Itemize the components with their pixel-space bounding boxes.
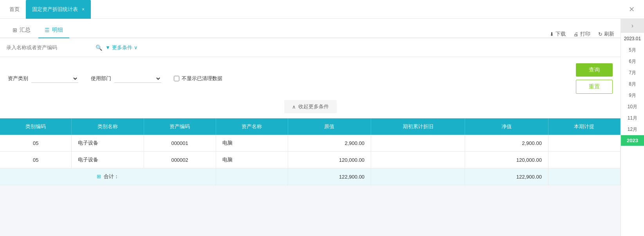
month-jul[interactable]: 7月 [621,67,644,79]
search-input[interactable] [6,45,92,50]
use-dept-label: 使用部门 [91,75,111,82]
col-header-original-value: 原值 [288,118,371,135]
table-header: 类别编码 类别名称 资产编码 资产名称 原值 期初累计折旧 净值 本期计提 [0,118,621,135]
cell-category: 电子设备 [72,152,144,168]
year-display[interactable]: 2023 [621,135,644,146]
detail-tab-label: 明细 [52,27,63,34]
no-cleared-checkbox[interactable] [174,76,179,81]
cell-original-value: 120,000.00 [288,152,371,168]
total-net-value: 122,900.00 [465,168,548,185]
data-table: 类别编码 类别名称 资产编码 资产名称 原值 期初累计折旧 净值 本期计提 05… [0,118,621,185]
home-nav-item[interactable]: 首页 [6,6,23,13]
month-sep[interactable]: 9月 [621,90,644,101]
total-original-value: 122,900.00 [288,168,371,185]
month-may[interactable]: 5月 [621,45,644,56]
date-nav-arrow-up[interactable]: › [621,19,644,33]
chevron-down-icon: ∨ [134,45,138,50]
asset-type-label: 资产类别 [8,75,28,82]
table-total-row: ⊞ 合计： 122,900.00 122,900.00 [0,168,621,185]
print-button[interactable]: 🖨 打印 [574,30,590,38]
collapse-conditions-button[interactable]: ∧ 收起更多条件 [284,100,337,113]
col-header-current-depr: 本期计提 [548,118,620,135]
cell-category: 电子设备 [72,135,144,152]
cell-code: 05 [0,152,72,168]
month-dec[interactable]: 12月 [621,124,644,135]
summary-icon: ⊞ [13,27,17,33]
total-current-depr [548,168,620,185]
download-icon: ⬇ [550,31,554,37]
print-icon: 🖨 [574,31,579,37]
filter-row: 资产类别 使用部门 不显示已清理数据 查询 重置 [8,63,613,94]
filter-buttons: 查询 重置 [576,63,613,94]
total-label: 合计： [104,173,119,179]
asset-type-field: 资产类别 [8,74,78,83]
query-button[interactable]: 查询 [576,63,613,77]
col-header-code: 类别编码 [0,118,72,135]
search-icon: 🔍 [96,45,102,51]
tab-label: 固定资产折旧统计表 [32,6,78,13]
content-area: ⊞ 汇总 ☰ 明细 ⬇ 下载 🖨 打印 ↻ 刷新 [0,19,644,236]
sub-tabs-bar: ⊞ 汇总 ☰ 明细 ⬇ 下载 🖨 打印 ↻ 刷新 [0,19,621,38]
cell-accumulated-depr [371,135,465,152]
download-button[interactable]: ⬇ 下载 [550,30,566,38]
cell-asset-name: 电脑 [216,135,288,152]
no-cleared-field: 不显示已清理数据 [174,75,222,82]
col-header-asset-name: 资产名称 [216,118,288,135]
tab-detail[interactable]: ☰ 明细 [38,23,69,38]
download-label: 下载 [556,30,566,38]
asset-type-select[interactable] [31,74,78,83]
use-dept-field: 使用部门 [91,74,161,83]
cell-original-value: 2,900.00 [288,135,371,152]
print-label: 打印 [580,30,590,38]
more-conditions-button[interactable]: ▼ 更多条件 ∨ [105,44,138,51]
refresh-label: 刷新 [604,30,614,38]
month-oct[interactable]: 10月 [621,101,644,113]
month-aug[interactable]: 8月 [621,79,644,90]
col-header-asset-code: 资产编码 [144,118,216,135]
table-row: 05 电子设备 000001 电脑 2,900.00 2,900.00 [0,135,621,152]
window-close-button[interactable]: ✕ [626,4,638,15]
cell-code: 05 [0,135,72,152]
table-row: 05 电子设备 000002 电脑 120,000.00 120,000.00 [0,152,621,168]
data-table-container: 类别编码 类别名称 资产编码 资产名称 原值 期初累计折旧 净值 本期计提 05… [0,118,621,236]
cell-current-depr [548,135,620,152]
refresh-icon: ↻ [598,31,603,37]
main-panel: ⊞ 汇总 ☰ 明细 ⬇ 下载 🖨 打印 ↻ 刷新 [0,19,621,236]
reset-button[interactable]: 重置 [576,80,613,94]
month-jun[interactable]: 6月 [621,56,644,67]
tab-summary[interactable]: ⊞ 汇总 [6,23,37,38]
col-header-net-value: 净值 [465,118,548,135]
current-date-display: 2023.01 [622,33,642,45]
active-tab[interactable]: 固定资产折旧统计表 × [26,0,91,19]
detail-icon: ☰ [45,27,50,33]
cell-accumulated-depr [371,152,465,168]
table-header-row: 类别编码 类别名称 资产编码 资产名称 原值 期初累计折旧 净值 本期计提 [0,118,621,135]
table-body: 05 电子设备 000001 电脑 2,900.00 2,900.00 05 电… [0,135,621,185]
col-header-accumulated-depr: 期初累计折旧 [371,118,465,135]
date-navigation: › 2023.01 5月 6月 7月 8月 9月 10月 11月 12月 202… [621,19,644,236]
no-cleared-label: 不显示已清理数据 [182,75,222,82]
cell-asset-code: 000001 [144,135,216,152]
search-bar: 🔍 ▼ 更多条件 ∨ [0,38,621,57]
cell-net-value: 120,000.00 [465,152,548,168]
use-dept-select[interactable] [114,74,161,83]
cell-asset-name: 电脑 [216,152,288,168]
collapse-label: 收起更多条件 [298,103,329,110]
cell-net-value: 2,900.00 [465,135,548,152]
summary-tab-label: 汇总 [20,27,31,34]
col-header-category: 类别名称 [72,118,144,135]
more-conditions-label: 更多条件 [112,44,132,51]
total-accumulated-depr [371,168,465,185]
total-icon: ⊞ [97,173,101,179]
top-navigation: 首页 固定资产折旧统计表 × ✕ [0,0,644,19]
filter-area: 资产类别 使用部门 不显示已清理数据 查询 重置 [0,57,621,118]
total-empty-name [216,168,288,185]
total-label-cell: ⊞ 合计： [0,168,216,185]
refresh-button[interactable]: ↻ 刷新 [598,30,614,38]
cell-asset-code: 000002 [144,152,216,168]
tab-close-button[interactable]: × [82,7,85,12]
toolbar-right: ⬇ 下载 🖨 打印 ↻ 刷新 [550,30,614,38]
month-nov[interactable]: 11月 [621,113,644,124]
filter-icon: ▼ [105,45,110,50]
cell-current-depr [548,152,620,168]
